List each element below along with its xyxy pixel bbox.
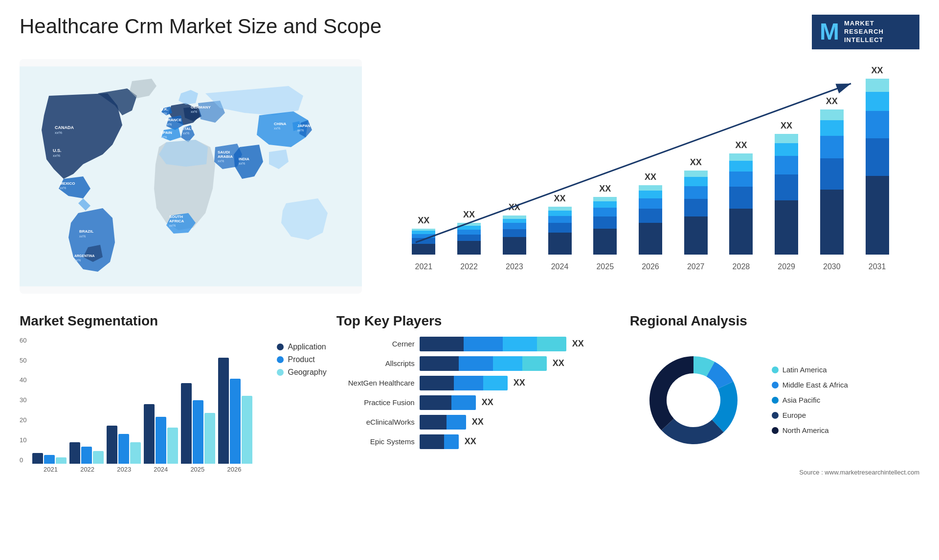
bar-segment <box>775 174 798 200</box>
bar-segment <box>457 226 481 230</box>
bar-segment <box>412 244 435 255</box>
player-bar-segment <box>459 356 493 371</box>
seg-bar-application <box>144 404 155 463</box>
bar-group: XX <box>866 65 889 255</box>
bar-label-top: XX <box>690 157 702 168</box>
svg-text:U.K.: U.K. <box>160 107 168 111</box>
stacked-bar <box>412 229 435 255</box>
player-row: CernerXX <box>336 337 620 351</box>
player-bar-segment <box>483 376 508 390</box>
svg-text:GERMANY: GERMANY <box>191 105 211 109</box>
player-row: NextGen HealthcareXX <box>336 376 620 390</box>
svg-text:CANADA: CANADA <box>55 125 74 130</box>
seg-legend-dot <box>277 344 284 350</box>
svg-text:xx%: xx% <box>169 224 176 227</box>
seg-y-label: 30 <box>20 396 26 404</box>
players-title: Top Key Players <box>336 313 620 329</box>
stacked-bar <box>457 223 481 254</box>
bar-group: XX <box>775 121 798 255</box>
bar-label-top: XX <box>463 210 475 220</box>
bar-segment <box>548 233 572 254</box>
svg-text:xx%: xx% <box>74 258 81 262</box>
bar-segment <box>775 156 798 174</box>
bar-segment <box>593 208 617 216</box>
regional-legend-label: Latin America <box>782 366 827 374</box>
bar-segment <box>503 229 526 237</box>
seg-chart-inner: 6050403020100 <box>20 337 252 464</box>
svg-text:xx%: xx% <box>183 131 189 135</box>
bars-row: XXXXXXXXXXXXXXXXXXXXXX <box>401 69 900 255</box>
regional-legend-item: Middle East & Africa <box>772 381 848 389</box>
bar-year-label: 2025 <box>593 262 617 271</box>
regional-legend-label: Europe <box>782 411 806 419</box>
bar-segment <box>412 231 435 234</box>
donut-segment <box>649 356 693 431</box>
player-bar <box>420 415 466 430</box>
player-bar-wrap: XX <box>420 376 620 390</box>
bar-label-top: XX <box>781 121 792 131</box>
player-bar-segment <box>444 434 459 449</box>
bar-segment <box>775 143 798 156</box>
svg-text:AFRICA: AFRICA <box>169 219 184 223</box>
bar-year-label: 2030 <box>820 262 844 271</box>
seg-x-labels: 202120222023202420252026 <box>20 466 252 473</box>
regional-legend-dot <box>772 382 779 388</box>
seg-legend-item: Application <box>277 343 326 351</box>
seg-y-label: 40 <box>20 376 26 384</box>
bar-segment <box>639 223 662 254</box>
svg-text:xx%: xx% <box>274 127 280 130</box>
svg-text:BRAZIL: BRAZIL <box>79 229 93 234</box>
svg-text:xx%: xx% <box>297 129 304 132</box>
player-bar-xx: XX <box>465 436 476 447</box>
bar-segment <box>775 134 798 143</box>
bar-segment <box>593 201 617 208</box>
stacked-bar <box>820 109 844 255</box>
bar-segment <box>639 198 662 209</box>
stacked-bar <box>593 197 617 254</box>
regional-legend-dot <box>772 412 779 419</box>
bar-label-top: XX <box>554 194 566 204</box>
bar-chart-container: XXXXXXXXXXXXXXXXXXXXXX 20212022202320242… <box>372 59 919 294</box>
svg-text:CHINA: CHINA <box>274 122 287 126</box>
player-row: Practice FusionXX <box>336 395 620 410</box>
regional-legend-label: Asia Pacific <box>782 396 821 404</box>
seg-bar-geography <box>167 428 178 464</box>
player-bar-segment <box>464 337 503 351</box>
seg-legend-label: Product <box>288 355 314 364</box>
svg-text:SPAIN: SPAIN <box>160 130 172 135</box>
seg-bar-geography <box>242 396 252 464</box>
seg-y-label: 60 <box>20 337 26 344</box>
bottom-section: Market Segmentation 6050403020100 202120… <box>20 308 919 481</box>
seg-legend-label: Geography <box>288 368 326 377</box>
seg-legend-dot <box>277 369 284 376</box>
regional-legend-item: Latin America <box>772 366 848 374</box>
bar-label-top: XX <box>509 202 520 213</box>
svg-text:xx%: xx% <box>53 153 60 158</box>
stacked-bar <box>503 215 526 255</box>
bar-segment <box>775 200 798 255</box>
regional-legend-dot <box>772 366 779 373</box>
seg-bar-application <box>107 426 117 464</box>
player-row: Epic SystemsXX <box>336 434 620 449</box>
seg-x-label: 2026 <box>227 466 241 473</box>
regional-legend-item: North America <box>772 426 848 434</box>
bar-label-top: XX <box>418 215 429 226</box>
bar-segment <box>866 176 889 255</box>
player-name: Epic Systems <box>336 437 415 446</box>
bar-segment <box>639 191 662 198</box>
page-title: Healthcare Crm Market Size and Scope <box>20 15 381 38</box>
seg-chart: 6050403020100 202120222023202420252026 <box>20 337 252 473</box>
regional-legend-dot <box>772 427 779 434</box>
stacked-bar <box>548 207 572 254</box>
seg-bar-group <box>107 426 141 464</box>
svg-text:xx%: xx% <box>160 112 167 115</box>
bar-segment <box>548 211 572 216</box>
player-bar-wrap: XX <box>420 356 620 371</box>
svg-text:xx%: xx% <box>218 159 224 163</box>
bar-segment <box>457 230 481 235</box>
seg-bar-product <box>156 417 166 463</box>
regional-title: Regional Analysis <box>630 313 919 329</box>
bar-segment <box>866 79 889 92</box>
player-bar-segment <box>454 376 483 390</box>
seg-x-label: 2023 <box>117 466 131 473</box>
